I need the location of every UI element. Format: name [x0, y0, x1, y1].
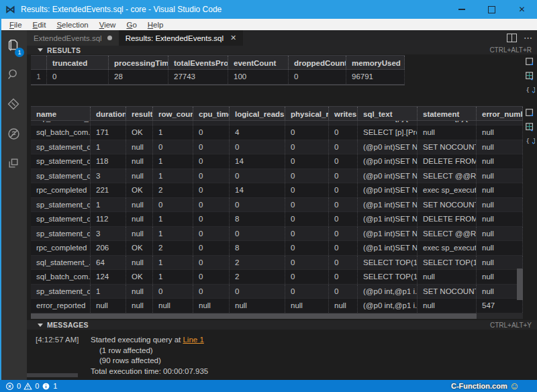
collapse-twistie-icon[interactable]	[38, 324, 43, 327]
table-cell[interactable]: 171	[91, 126, 126, 140]
column-header[interactable]: duration	[91, 107, 126, 120]
table-row[interactable]: sp_statement_c...1null00000(@p0 int,@p1 …	[31, 285, 523, 299]
table-cell[interactable]: 206	[91, 241, 126, 255]
split-editor-icon[interactable]	[507, 34, 517, 42]
table-cell[interactable]: error_reported	[31, 299, 91, 313]
table-cell[interactable]: 0	[285, 121, 329, 125]
table-cell[interactable]: DELETE FROM [...	[418, 212, 477, 226]
table-cell[interactable]: 0	[285, 285, 329, 299]
table-cell[interactable]: 0	[329, 121, 358, 125]
messages-section-header[interactable]: MESSAGES CTRL+ALT+Y	[27, 320, 537, 330]
table-cell[interactable]: 0	[193, 270, 230, 284]
table-cell[interactable]: SELECT [p].[Pro...	[358, 121, 418, 125]
table-cell[interactable]: 0	[329, 154, 358, 168]
table-cell[interactable]: SET NOCOUNT...	[418, 140, 477, 154]
table-cell[interactable]: null	[477, 227, 523, 241]
maximize-button[interactable]	[477, 0, 507, 19]
table-cell[interactable]: null	[126, 299, 153, 313]
table-cell[interactable]: 0	[193, 212, 230, 226]
table-cell[interactable]: null	[477, 140, 523, 154]
more-actions-icon[interactable]: ⋯	[524, 35, 533, 42]
table-cell[interactable]: null	[126, 154, 153, 168]
table-cell[interactable]: sql_statement_...	[31, 121, 91, 125]
table-cell[interactable]: SELECT TOP(1) ...	[358, 270, 418, 284]
table-cell[interactable]: 0	[285, 256, 329, 270]
table-cell[interactable]: 0	[285, 270, 329, 284]
results-section-header[interactable]: RESULTS CTRL+ALT+R	[27, 46, 537, 54]
table-cell[interactable]: 1	[91, 285, 126, 299]
column-header[interactable]: eventCount	[228, 56, 289, 69]
table-cell[interactable]: null	[126, 227, 153, 241]
table-cell[interactable]: DELETE FROM [...	[418, 154, 477, 168]
collapse-twistie-icon[interactable]	[38, 48, 43, 52]
column-header[interactable]: row_count	[153, 107, 193, 120]
table-cell[interactable]: 2	[153, 241, 193, 255]
table-cell[interactable]: 100	[228, 70, 289, 84]
table-cell[interactable]: null	[477, 285, 523, 299]
tab-results-extendedevents-sql[interactable]: Results: ExtendedEvents.sql ✕	[119, 30, 244, 46]
table-row[interactable]: sp_statement_c...3null10000(@p1 int)SET …	[31, 227, 523, 242]
table-cell[interactable]: null	[418, 126, 477, 140]
table-cell[interactable]: (@p0 int)SET N...	[358, 154, 418, 168]
table-cell[interactable]: 0	[193, 126, 230, 140]
table-row[interactable]: sp_statement_c...112null10800(@p1 int)SE…	[31, 212, 523, 227]
table-cell[interactable]: null	[477, 154, 523, 168]
table-cell[interactable]: 0	[285, 241, 329, 255]
table-cell[interactable]: (@p0 int)SET N...	[358, 169, 418, 183]
table-cell[interactable]: 0	[329, 126, 358, 140]
table-cell[interactable]: null	[230, 299, 285, 313]
table-cell[interactable]: rpc_completed	[31, 183, 91, 197]
column-header[interactable]	[31, 56, 47, 69]
messages-scrollbar[interactable]	[27, 373, 78, 377]
table-cell[interactable]: sp_statement_c...	[31, 212, 91, 226]
table-cell[interactable]: 0	[329, 140, 358, 154]
table-cell[interactable]: 0	[329, 227, 358, 241]
table-cell[interactable]: 0	[285, 183, 329, 197]
table-cell[interactable]: null	[477, 241, 523, 255]
table-cell[interactable]: 4	[230, 121, 285, 125]
table-cell[interactable]: 1	[153, 126, 193, 140]
table-cell[interactable]: 0	[193, 198, 230, 212]
table-cell[interactable]: 0	[329, 241, 358, 255]
table-cell[interactable]: SELECT TOP(1) ...	[358, 256, 418, 270]
column-header[interactable]: name	[31, 107, 91, 120]
table-cell[interactable]: 28	[109, 70, 168, 84]
table-cell[interactable]: 0	[285, 212, 329, 226]
line-1-link[interactable]: Line 1	[183, 336, 203, 344]
table-cell[interactable]: SET NOCOUNT...	[418, 285, 477, 299]
debug-icon[interactable]	[0, 119, 27, 148]
table-row[interactable]: rpc_completed206OK20800(@p1 int)SET N...…	[31, 241, 523, 256]
horizontal-scrollbar-thumb[interactable]	[31, 313, 477, 319]
table-row[interactable]: sp_statement_c...1null00000(@p0 int)SET …	[31, 140, 523, 155]
table-cell[interactable]: 1	[31, 70, 47, 84]
table-cell[interactable]: (@p0 int)SET N...	[358, 183, 418, 197]
column-header[interactable]: truncated	[47, 56, 109, 69]
table-cell[interactable]: null	[418, 299, 477, 313]
table-cell[interactable]: null	[477, 198, 523, 212]
table-cell[interactable]: (@p1 int)SET N...	[358, 212, 418, 226]
menu-selection[interactable]: Selection	[51, 21, 93, 29]
table-cell[interactable]: sql_batch_com...	[31, 270, 91, 284]
column-header[interactable]: logical_reads	[230, 107, 285, 120]
menu-go[interactable]: Go	[121, 21, 142, 29]
table-cell[interactable]: 0	[193, 169, 230, 183]
column-header[interactable]: droppedCount	[289, 56, 346, 69]
table-cell[interactable]: null	[126, 285, 153, 299]
table-cell[interactable]: null	[126, 121, 153, 125]
table-row[interactable]: sp_statement_c...118null101400(@p0 int)S…	[31, 154, 523, 169]
table-cell[interactable]: 0	[285, 169, 329, 183]
table-cell[interactable]: sp_statement_c...	[31, 169, 91, 183]
table-cell[interactable]: 96791	[346, 70, 405, 84]
table-cell[interactable]: 2	[230, 270, 285, 284]
table-cell[interactable]: 0	[289, 70, 346, 84]
table-cell[interactable]: 8	[230, 241, 285, 255]
table-cell[interactable]: 8	[230, 212, 285, 226]
table-row[interactable]: 102827743100096791	[31, 70, 405, 85]
table-cell[interactable]: 221	[91, 183, 126, 197]
table-cell[interactable]: 0	[285, 227, 329, 241]
table-cell[interactable]: OK	[126, 126, 153, 140]
table-cell[interactable]: 0	[285, 154, 329, 168]
table-cell[interactable]: sp_statement_c...	[31, 227, 91, 241]
table-row[interactable]: sql_batch_com...171OK10400SELECT [p].[Pr…	[31, 126, 523, 140]
table-cell[interactable]: 0	[193, 256, 230, 270]
